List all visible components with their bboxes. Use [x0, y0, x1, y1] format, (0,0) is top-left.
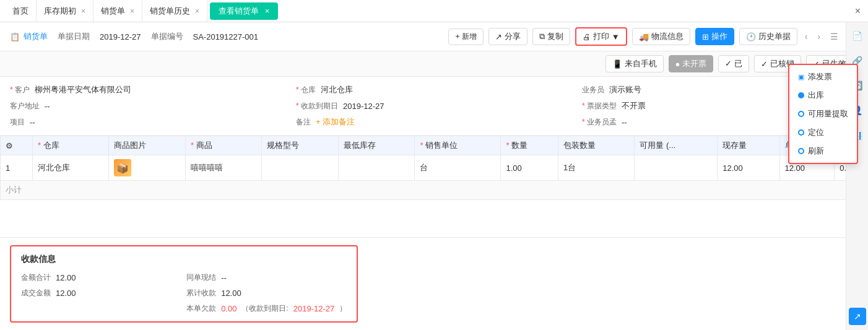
number-label: 单据编号: [151, 31, 183, 42]
logistics-button[interactable]: 🚚 物流信息: [632, 28, 690, 45]
td-available: [635, 155, 718, 181]
dropdown-locate[interactable]: 定位: [789, 123, 857, 142]
same-order-value: --: [221, 273, 227, 282]
salesperson-label: 业务员孟: [582, 117, 617, 128]
th-warehouse: 仓库: [32, 136, 109, 155]
payment-date-value[interactable]: 2019-12-27: [343, 102, 384, 111]
confirm-button[interactable]: ✓ 已: [718, 55, 749, 72]
total-value: 12.00: [56, 273, 76, 282]
table-section: ⚙ 仓库 商品图片 商品 规格型号 最低库存 销售单位 数量 包装数量 可用量 …: [0, 136, 868, 237]
payment-date-field: 收款到期日 2019-12-27: [296, 100, 572, 111]
action-bar: 📱 来自手机 ● 未开票 ✓ 已 ✓ 已核销 ✓ 已生效 ▣ 添发票: [0, 51, 868, 77]
copy-button[interactable]: ⧉ 复制: [532, 28, 570, 45]
print-button[interactable]: 🖨 打印 ▼: [575, 27, 627, 46]
new-button[interactable]: + 新增: [448, 28, 483, 45]
not-open-button[interactable]: ● 未开票: [669, 55, 714, 72]
dropdown-warehouse-out[interactable]: 出库: [789, 86, 857, 105]
close-all-button[interactable]: ×: [855, 6, 861, 17]
td-qty: 1.00: [501, 155, 558, 181]
table-row: 1 河北仓库 📦 嘻嘻嘻嘻 台 1.00 1台 12.00 12.00 0.: [1, 155, 868, 181]
dropdown-add-invoice[interactable]: ▣ 添发票: [789, 67, 857, 86]
form-section: 客户 柳州粤港平安气体有限公司 仓库 河北仓库 业务员 演示账号 客户地址 --…: [0, 77, 868, 136]
td-unit: 台: [415, 155, 501, 181]
doc-title-text: 销货单: [24, 31, 48, 42]
nav-prev[interactable]: ‹: [802, 30, 810, 43]
owed-note: （收款到期日:: [241, 303, 288, 314]
payment-info: 收款信息 金额合计 12.00 同单现结 -- 成交金额 12.00 累计收款 …: [10, 245, 358, 323]
tab-inventory-close[interactable]: ×: [81, 7, 85, 15]
invoice-icon: ▣: [798, 73, 804, 81]
project-field: 项目 --: [10, 116, 286, 128]
payment-title: 收款信息: [21, 254, 347, 265]
tab-sales-history-close[interactable]: ×: [195, 7, 199, 15]
tab-view-sales[interactable]: 查看销货单 ×: [210, 2, 278, 20]
tab-view-sales-close[interactable]: ×: [265, 6, 270, 15]
doc-title: 📋 销货单: [10, 31, 48, 42]
history-button[interactable]: 🕐 历史单据: [739, 28, 797, 45]
same-order-label: 同单现结: [186, 272, 216, 283]
doc-header: 📋 销货单 单据日期 2019-12-27 单据编号 SA-20191227-0…: [0, 22, 868, 51]
project-label: 项目: [10, 117, 25, 128]
th-product: 商品: [185, 136, 262, 155]
tab-sales-close[interactable]: ×: [130, 7, 134, 15]
td-no: 1: [1, 155, 33, 181]
sidebar-icon-expand[interactable]: ↗: [849, 308, 866, 325]
td-image: 📦: [109, 155, 186, 181]
tab-inventory[interactable]: 库存期初 ×: [37, 0, 93, 22]
payment-date-label: 收款到期日: [296, 101, 338, 111]
subtotal-row: 小计: [1, 181, 868, 200]
phone-button[interactable]: 📱 来自手机: [605, 55, 664, 72]
nav-next[interactable]: ›: [815, 30, 823, 43]
th-image: 商品图片: [109, 136, 186, 155]
doc-meta: 单据日期 2019-12-27 单据编号 SA-20191227-001: [58, 31, 438, 42]
share-button[interactable]: ↗ 分享: [488, 28, 527, 45]
table-header-row: ⚙ 仓库 商品图片 商品 规格型号 最低库存 销售单位 数量 包装数量 可用量 …: [1, 136, 868, 155]
history-icon: 🕐: [746, 32, 756, 41]
total-label: 金额合计: [21, 272, 51, 283]
print-icon: 🖨: [583, 32, 591, 41]
view-list-icon[interactable]: ☰: [828, 30, 841, 43]
tab-sales-history[interactable]: 销货单历史 ×: [142, 0, 207, 22]
tab-sales[interactable]: 销货单 ×: [93, 0, 142, 22]
th-pack-qty: 包装数量: [558, 136, 635, 155]
number-value: SA-20191227-001: [193, 32, 259, 41]
tab-home[interactable]: 首页: [5, 0, 37, 22]
tab-bar: 首页 库存期初 × 销货单 × 销货单历史 × 查看销货单 × ×: [0, 0, 868, 22]
payment-grid: 金额合计 12.00 同单现结 -- 成交金额 12.00 累计收款 12.00: [21, 272, 347, 314]
customer-value[interactable]: 柳州粤港平安气体有限公司: [35, 84, 131, 95]
circle-icon-1: [798, 111, 804, 117]
product-thumbnail: 📦: [114, 159, 131, 176]
total-row: 金额合计 12.00: [21, 272, 181, 283]
ticket-label: 票据类型: [582, 101, 617, 111]
truck-icon: 🚚: [639, 32, 649, 41]
share-icon: ↗: [495, 32, 502, 41]
data-table: ⚙ 仓库 商品图片 商品 规格型号 最低库存 销售单位 数量 包装数量 可用量 …: [0, 136, 868, 200]
td-min-stock: [338, 155, 415, 181]
td-stock: 12.00: [718, 155, 779, 181]
dropdown-refresh[interactable]: 刷新: [789, 142, 857, 160]
warehouse-field: 仓库 河北仓库: [296, 84, 572, 95]
remark-field: 备注 + 添加备注: [296, 116, 572, 128]
th-available: 可用量 (...: [635, 136, 718, 155]
operations-button[interactable]: ⊞ 操作: [695, 28, 734, 45]
th-settings[interactable]: ⚙: [1, 136, 33, 155]
th-spec: 规格型号: [262, 136, 339, 155]
ticket-value[interactable]: 不开票: [622, 100, 646, 111]
cumulative-value: 12.00: [221, 289, 241, 298]
dropdown-available-qty[interactable]: 可用量提取: [789, 105, 857, 123]
warehouse-value[interactable]: 河北仓库: [321, 84, 353, 95]
dropdown-menu: ▣ 添发票 出库 可用量提取 定位 刷新: [788, 64, 858, 164]
phone-icon: 📱: [612, 59, 622, 69]
sidebar-icon-doc[interactable]: 📄: [849, 27, 866, 45]
remark-add-button[interactable]: + 添加备注: [316, 116, 355, 128]
ticket-icon: ●: [675, 59, 680, 69]
th-stock: 现存量: [718, 136, 779, 155]
circle-icon-3: [798, 148, 804, 154]
operations-icon: ⊞: [702, 32, 709, 41]
td-product: 嘻嘻嘻嘻: [185, 155, 262, 181]
th-qty: 数量: [501, 136, 558, 155]
owed-row: 本单欠款 0.00 （收款到期日: 2019-12-27 ）: [186, 303, 347, 314]
date-label: 单据日期: [58, 31, 90, 42]
th-unit: 销售单位: [415, 136, 501, 155]
address-field: 客户地址 --: [10, 100, 286, 111]
